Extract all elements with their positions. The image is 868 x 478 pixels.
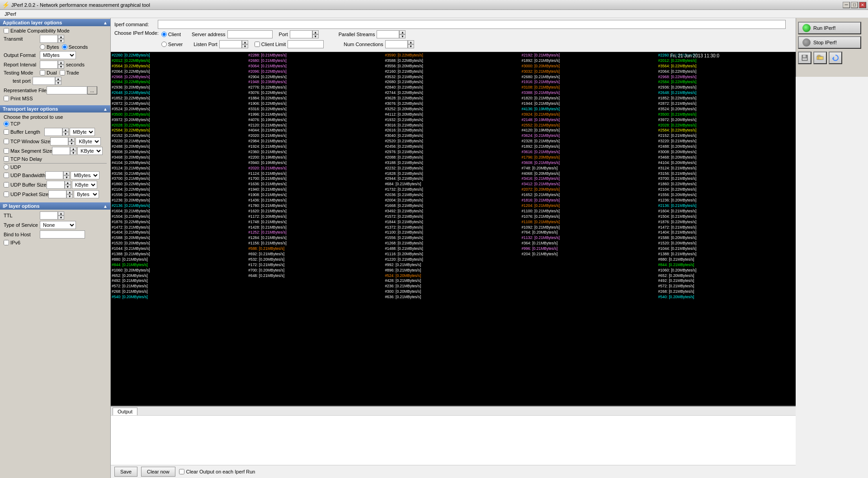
graph-scroll[interactable]: #2260: [0.22MBytes/s]#2012: [0.22MBytes/… (111, 52, 796, 406)
run-iperf-button[interactable]: Run IPerf! (798, 22, 861, 34)
udp-bw-up[interactable]: ▲ (63, 171, 70, 175)
graph-item: #1572: [0.21MBytes/s] (385, 214, 521, 220)
transmit-input[interactable]: 10 (40, 35, 58, 43)
client-radio[interactable] (161, 32, 167, 37)
output-format-select[interactable]: KBytes MBytes GBytes (40, 51, 76, 59)
print-mss-checkbox[interactable] (4, 96, 9, 101)
ip-layer-header[interactable]: IP layer options ▲ (0, 202, 110, 210)
tos-select[interactable]: None Low Delay Throughput Reliability (40, 221, 76, 229)
ip-layer-collapse[interactable]: ▲ (103, 204, 108, 209)
transmit-down[interactable]: ▼ (58, 39, 64, 43)
num-conn-down[interactable]: ▼ (408, 44, 414, 48)
server-address-input[interactable]: 192.168.0.4 (227, 30, 273, 38)
tcp-window-checkbox[interactable] (4, 139, 9, 144)
ttl-down[interactable]: ▼ (58, 216, 64, 220)
listen-port-down[interactable]: ▼ (242, 44, 248, 48)
listen-port-input[interactable]: 5,001 (219, 40, 242, 48)
output-tab[interactable]: Output (113, 408, 137, 415)
minimize-button[interactable]: ─ (843, 2, 850, 8)
client-limit-input[interactable] (288, 40, 324, 48)
max-segment-down[interactable]: ▼ (70, 151, 76, 155)
udp-buf-up[interactable]: ▲ (65, 181, 71, 185)
transmit-up[interactable]: ▲ (58, 35, 64, 39)
udp-bw-input[interactable]: 1 (45, 171, 63, 179)
udp-buf-input[interactable]: 41 (47, 181, 65, 189)
max-segment-input[interactable]: 1 (52, 147, 70, 155)
bind-host-input[interactable] (40, 230, 85, 239)
bytes-radio[interactable] (40, 44, 45, 50)
max-segment-up[interactable]: ▲ (70, 147, 76, 151)
max-segment-checkbox[interactable] (4, 148, 9, 154)
tcp-radio[interactable] (4, 121, 9, 127)
test-port-label: test port (13, 78, 31, 84)
buffer-length-checkbox[interactable] (4, 129, 9, 135)
report-interval-down[interactable]: ▼ (58, 65, 64, 69)
tcp-window-input[interactable]: 56 (50, 137, 68, 145)
report-interval-up[interactable]: ▲ (58, 61, 64, 65)
udp-pkt-up[interactable]: ▲ (66, 190, 73, 194)
close-button[interactable]: ✕ (859, 2, 866, 8)
app-layer-header[interactable]: Application layer options ▲ (0, 19, 110, 26)
report-interval-input[interactable]: 1 (40, 61, 58, 69)
open-icon (816, 54, 824, 61)
udp-buf-checkbox[interactable] (4, 182, 9, 187)
udp-buf-unit[interactable]: KBytes (72, 181, 97, 189)
maximize-button[interactable]: □ (851, 2, 858, 8)
ttl-up[interactable]: ▲ (58, 211, 64, 216)
dual-checkbox[interactable] (40, 70, 45, 75)
udp-bw-unit[interactable]: MBytes/sec (71, 171, 99, 179)
tcp-window-unit[interactable]: KBytes (75, 137, 101, 145)
tcp-window-up[interactable]: ▲ (68, 137, 75, 141)
udp-pkt-checkbox[interactable] (4, 192, 9, 197)
buffer-length-input[interactable]: 2 (44, 128, 62, 136)
udp-radio[interactable] (4, 164, 9, 170)
app-layer-collapse[interactable]: ▲ (103, 20, 108, 25)
iperf-command-input[interactable]: bin/iperf.exe -c 192.168.0.4 -P 500 -i 1… (158, 20, 786, 29)
output-text[interactable] (111, 416, 796, 465)
open-icon-button[interactable] (813, 52, 827, 64)
test-port-down[interactable]: ▼ (55, 81, 61, 85)
port-down[interactable]: ▼ (312, 34, 319, 38)
clear-now-button[interactable]: Clear now (141, 467, 175, 477)
test-port-input[interactable]: 5,001 (33, 77, 55, 85)
parallel-up[interactable]: ▲ (399, 30, 406, 34)
tcp-window-down[interactable]: ▼ (68, 141, 75, 145)
trade-checkbox[interactable] (60, 70, 65, 75)
parallel-down[interactable]: ▼ (399, 34, 406, 38)
udp-buf-down[interactable]: ▼ (65, 185, 71, 189)
port-input[interactable]: 5,001 (290, 30, 312, 38)
ttl-input[interactable]: 1 (40, 211, 58, 220)
save-icon-button[interactable] (798, 52, 811, 64)
listen-port-up[interactable]: ▲ (242, 40, 248, 44)
udp-pkt-unit[interactable]: Bytes (74, 190, 99, 198)
rep-file-browse[interactable]: ... (87, 86, 97, 94)
tcp-no-delay-checkbox[interactable] (4, 156, 9, 162)
refresh-icon-button[interactable] (829, 52, 842, 64)
udp-pkt-down[interactable]: ▼ (66, 194, 73, 198)
udp-pkt-input[interactable]: 1,500 (48, 190, 66, 198)
server-mode-row: Server Listen Port 5,001 ▲ ▼ Cl (161, 40, 414, 48)
max-segment-unit[interactable]: KBytes (77, 147, 103, 155)
buffer-length-up[interactable]: ▲ (62, 128, 69, 132)
transport-layer-header[interactable]: Transport layer options ▲ (0, 105, 110, 112)
num-conn-up[interactable]: ▲ (408, 40, 414, 44)
buffer-length-unit[interactable]: MBytes (70, 128, 95, 136)
clear-output-checkbox[interactable] (179, 469, 184, 474)
num-connections-input[interactable]: 0 (385, 40, 408, 48)
seconds-radio[interactable] (62, 44, 67, 50)
client-limit-checkbox[interactable] (255, 42, 260, 47)
server-radio[interactable] (161, 42, 167, 47)
test-port-up[interactable]: ▲ (55, 77, 61, 81)
parallel-streams-input[interactable]: 500 (377, 30, 399, 38)
menu-jperf[interactable]: JPerf (2, 11, 19, 17)
save-button[interactable]: Save (114, 467, 137, 477)
enable-compat-checkbox[interactable] (4, 28, 9, 33)
transport-layer-collapse[interactable]: ▲ (103, 107, 108, 112)
udp-bw-down[interactable]: ▼ (63, 175, 70, 179)
port-up[interactable]: ▲ (312, 30, 319, 34)
udp-bw-checkbox[interactable] (4, 173, 9, 178)
rep-file-input[interactable] (47, 86, 87, 94)
stop-iperf-button[interactable]: Stop IPerf! (798, 36, 861, 49)
buffer-length-down[interactable]: ▼ (62, 132, 69, 136)
ipv6-checkbox[interactable] (4, 240, 9, 245)
